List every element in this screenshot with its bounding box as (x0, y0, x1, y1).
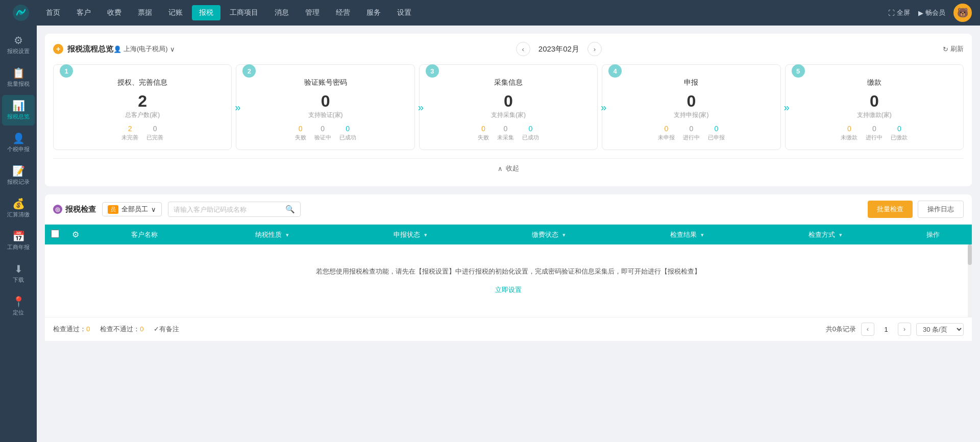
step-sub: 支持申报(家) (608, 111, 774, 119)
top-menu-item-票据[interactable]: 票据 (131, 5, 159, 20)
top-menu-item-收费[interactable]: 收费 (100, 5, 129, 20)
filter-icon: ▾ (701, 232, 704, 238)
collapse-label: 收起 (506, 164, 519, 173)
top-menu-item-报税[interactable]: 报税 (192, 5, 220, 20)
sidebar-item-工商年报[interactable]: 📅工商年报 (2, 226, 35, 256)
refresh-button[interactable]: ↻ 刷新 (943, 44, 964, 54)
top-menu-item-消息[interactable]: 消息 (267, 5, 296, 20)
sidebar-icon: ⬇ (14, 264, 23, 274)
step-stat: 0 已成功 (339, 125, 356, 141)
search-button[interactable]: 🔍 (280, 202, 300, 216)
chevron-down-icon: ∨ (170, 45, 175, 53)
top-right: ⛶ 全屏 ▶ 畅会员 🐻 (888, 4, 972, 22)
filter-icon: ▾ (562, 232, 566, 238)
prev-month-button[interactable]: ‹ (516, 42, 530, 56)
table-container: ⚙ 客户名称 纳税性质 ▾ 申报状态 ▾ 缴费状态 ▾ (45, 225, 972, 317)
logo (8, 5, 34, 21)
top-menu: 首页客户收费票据记账报税工商项目消息管理经营服务设置 (39, 5, 888, 20)
sidebar-item-定位[interactable]: 📍定位 (2, 291, 35, 322)
setting-link[interactable]: 立即设置 (495, 286, 522, 293)
sidebar-icon: 📍 (12, 297, 25, 307)
step-num: 5 (792, 64, 805, 78)
location-text: 上海(电子税局) (124, 44, 168, 54)
sidebar-item-报税记录[interactable]: 📝报税记录 (2, 160, 35, 191)
step-name: 验证账号密码 (242, 78, 408, 87)
fullscreen-button[interactable]: ⛶ 全屏 (888, 8, 910, 17)
top-menu-item-设置[interactable]: 设置 (390, 5, 419, 20)
pass-stat: 检查通过：0 (53, 325, 90, 334)
tax-check-card: ◎ 报税检查 员 全部员工 ∨ 🔍 批量检查 操作日志 (45, 194, 972, 341)
sidebar-icon: 📝 (12, 166, 25, 176)
sidebar-item-个税申报[interactable]: 👤个税申报 (2, 128, 35, 158)
sidebar-item-报税设置[interactable]: ⚙报税设置 (2, 30, 35, 60)
search-input[interactable] (168, 203, 280, 216)
step-stat-label: 未完善 (121, 134, 138, 141)
step-arrow-icon: » (784, 102, 790, 113)
step-stats: 0 未缴款 0 进行中 0 已缴款 (792, 125, 957, 141)
fail-count[interactable]: 0 (140, 325, 143, 333)
collapse-button[interactable]: ∧ 收起 (53, 159, 964, 178)
step-stat-val: 0 (872, 125, 876, 133)
sidebar-item-下载[interactable]: ⬇下载 (2, 258, 35, 289)
step-count: 0 (608, 91, 774, 111)
process-title: + 报税流程总览 (53, 44, 113, 54)
top-menu-item-管理[interactable]: 管理 (298, 5, 327, 20)
step-name: 采集信息 (426, 78, 591, 87)
location-selector[interactable]: 👤 上海(电子税局) ∨ (113, 44, 175, 54)
employee-filter[interactable]: 员 全部员工 ∨ (102, 202, 162, 216)
next-month-button[interactable]: › (587, 42, 602, 56)
sidebar-label: 报税设置 (7, 47, 30, 55)
step-stat-val: 0 (504, 125, 508, 133)
step-stat: 0 未申报 (658, 125, 675, 141)
member-button[interactable]: ▶ 畅会员 (918, 8, 945, 17)
top-menu-item-工商项目[interactable]: 工商项目 (223, 5, 265, 20)
operation-log-button[interactable]: 操作日志 (918, 201, 964, 218)
top-menu-item-首页[interactable]: 首页 (39, 5, 67, 20)
avatar[interactable]: 🐻 (953, 4, 972, 22)
collapse-icon: ∧ (498, 165, 503, 173)
step-stat-val: 0 (299, 125, 303, 133)
table-header-tax-type[interactable]: 纳税性质 ▾ (203, 225, 341, 244)
sidebar-item-汇算清缴[interactable]: 💰汇算清缴 (2, 193, 35, 224)
sidebar-label: 批量报税 (7, 80, 30, 88)
step-stat-label: 进行中 (683, 134, 700, 141)
next-page-button[interactable]: › (898, 323, 911, 336)
step-arrow-icon: » (235, 102, 240, 113)
table-body-wrapper: 若您想使用报税检查功能，请先在【报税设置】中进行报税的初始化设置，完成密码验证和… (45, 244, 972, 317)
select-all-checkbox[interactable] (51, 230, 59, 238)
footer-right: 共0条记录 ‹ 1 › 30 条/页 50 条/页 100 条/页 (826, 323, 964, 336)
table-header-pay-status[interactable]: 缴费状态 ▾ (480, 225, 618, 244)
step-sub: 支持采集(家) (426, 111, 591, 119)
top-menu-item-服务[interactable]: 服务 (359, 5, 388, 20)
table-header-check-method[interactable]: 检查方式 ▾ (756, 225, 895, 244)
step-stat-label: 未缴款 (841, 134, 857, 141)
step-stat-label: 验证中 (314, 134, 331, 141)
sidebar-item-报税总览[interactable]: 📊报税总览 (2, 95, 35, 126)
settings-icon[interactable]: ⚙ (72, 230, 79, 239)
step-stats: 0 未申报 0 进行中 0 已申报 (608, 125, 774, 141)
top-menu-item-经营[interactable]: 经营 (329, 5, 357, 20)
scrollbar-thumb[interactable] (968, 244, 972, 265)
step-num: 4 (608, 64, 622, 78)
step-stat-val: 0 (346, 125, 350, 133)
top-menu-item-客户[interactable]: 客户 (69, 5, 98, 20)
top-menu-item-记账[interactable]: 记账 (161, 5, 190, 20)
table-header-check-result[interactable]: 检查结果 ▾ (618, 225, 756, 244)
batch-check-button[interactable]: 批量检查 (868, 201, 913, 218)
sidebar-item-批量报税[interactable]: 📋批量报税 (2, 62, 35, 93)
step-num: 1 (60, 64, 73, 78)
step-stat: 0 进行中 (866, 125, 883, 141)
search-box: 🔍 (168, 202, 301, 217)
sidebar-label: 个税申报 (7, 145, 30, 153)
step-stat-val: 0 (665, 125, 669, 133)
sidebar-label: 报税记录 (7, 178, 30, 186)
prev-page-button[interactable]: ‹ (861, 323, 874, 336)
step-stat-label: 失败 (478, 134, 489, 141)
check-title-icon: ◎ (53, 205, 62, 214)
step-name: 授权、完善信息 (60, 78, 225, 87)
empty-tip-text: 若您想使用报税检查功能，请先在【报税设置】中进行报税的初始化设置，完成密码验证和… (55, 265, 962, 278)
table-header-declare-status[interactable]: 申报状态 ▾ (341, 225, 480, 244)
sidebar-label: 汇算清缴 (7, 211, 30, 218)
page-size-select[interactable]: 30 条/页 50 条/页 100 条/页 (916, 323, 964, 336)
pass-count[interactable]: 0 (86, 325, 90, 333)
